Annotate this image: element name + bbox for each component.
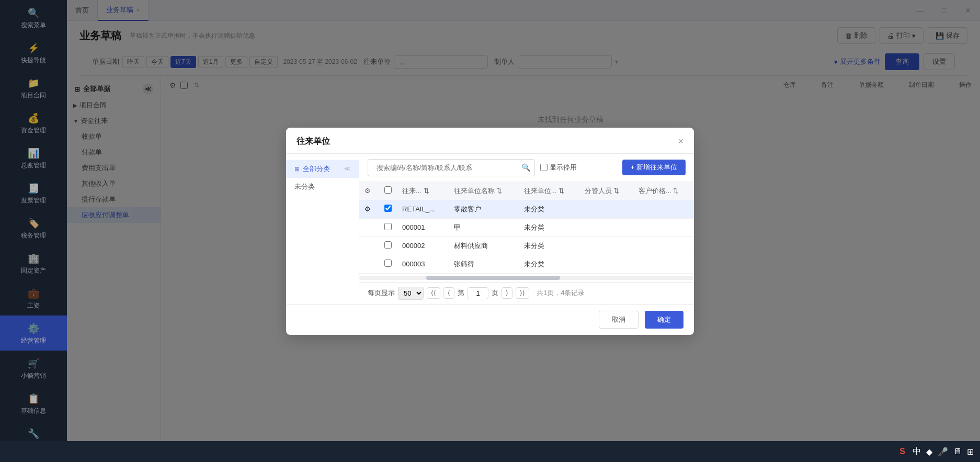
new-partner-button[interactable]: + 新增往来单位 — [622, 160, 686, 175]
row-code: 000001 — [397, 218, 448, 236]
taskbar: S 中 ◆ 🎤 🖥 ⊞ — [0, 441, 980, 462]
row-checkbox — [379, 255, 397, 273]
taskbar-logo: S — [899, 447, 905, 456]
table-row[interactable]: 000002 材料供应商 未分类 — [359, 236, 694, 255]
taskbar-grid-icon[interactable]: ⊞ — [967, 447, 974, 457]
dialog-search-input[interactable] — [372, 162, 521, 174]
cancel-button[interactable]: 取消 — [599, 311, 639, 329]
row-select-4[interactable] — [384, 260, 392, 267]
taskbar-mic-icon[interactable]: 🎤 — [938, 447, 948, 457]
row-gear: ⚙ — [359, 200, 379, 218]
table-row[interactable]: 000001 甲 未分类 — [359, 218, 694, 236]
row-code: RETAIL_... — [397, 200, 448, 218]
dialog-table-wrap: ⚙ 往来... ⇅ 往来单位名称 ⇅ 往来单位... ⇅ 分管人员 ⇅ 客户价格… — [359, 182, 694, 274]
col-name[interactable]: 往来单位名称 ⇅ — [449, 182, 519, 200]
col-price[interactable]: 客户价格... ⇅ — [633, 182, 694, 200]
col-category[interactable]: 往来单位... ⇅ — [519, 182, 579, 200]
window-controls: — □ ✕ — [908, 0, 980, 21]
minimize-button[interactable]: — — [908, 0, 932, 21]
per-page-label: 每页显示 — [368, 288, 395, 298]
row-manager — [579, 255, 633, 273]
search-wrap: 🔍 — [368, 159, 535, 176]
grid-small-icon: ⊞ — [294, 165, 300, 173]
maximize-button[interactable]: □ — [932, 0, 956, 21]
taskbar-monitor-icon[interactable]: 🖥 — [953, 447, 962, 456]
col-gear: ⚙ — [359, 182, 379, 200]
row-code: 000003 — [397, 255, 448, 273]
dialog-sidebar-uncat-label: 未分类 — [294, 182, 315, 191]
row-manager — [579, 218, 633, 236]
total-info: 共1页，4条记录 — [537, 288, 585, 298]
dialog-overlay: 往来单位 × ⊞ 全部分类 ≪ 未分类 — [0, 0, 980, 462]
row-manager — [579, 200, 633, 218]
row-select-2[interactable] — [384, 223, 392, 230]
dialog-sidebar-collapse-icon[interactable]: ≪ — [344, 165, 350, 172]
row-checkbox — [379, 200, 397, 218]
dialog-pagination: 每页显示 50 ⟨⟨ ⟨ 第 页 ⟩ ⟩⟩ 共1页，4条记录 — [359, 282, 694, 304]
confirm-button[interactable]: 确定 — [645, 311, 683, 329]
dialog-search-icon: 🔍 — [521, 163, 530, 172]
row-select-3[interactable] — [384, 241, 392, 249]
row-code: 000002 — [397, 236, 448, 255]
col-manager[interactable]: 分管人员 ⇅ — [579, 182, 633, 200]
show-disabled-checkbox[interactable] — [540, 164, 548, 171]
first-page-button[interactable]: ⟨⟨ — [427, 287, 440, 299]
show-disabled-wrap: 显示停用 — [540, 163, 577, 172]
row-name: 张筛得 — [449, 255, 519, 273]
dialog-toolbar: 🔍 显示停用 + 新增往来单位 — [359, 154, 694, 182]
row-gear — [359, 218, 379, 236]
row-manager — [579, 236, 633, 255]
col-code[interactable]: 往来... ⇅ — [397, 182, 448, 200]
dialog-actions: 取消 确定 — [286, 304, 694, 335]
taskbar-diamond-icon[interactable]: ◆ — [926, 447, 932, 457]
row-name: 材料供应商 — [449, 236, 519, 255]
row-select-1[interactable] — [384, 205, 392, 212]
dialog-sidebar: ⊞ 全部分类 ≪ 未分类 — [286, 154, 359, 304]
dialog-main: 🔍 显示停用 + 新增往来单位 ⚙ — [359, 154, 694, 304]
partner-dialog: 往来单位 × ⊞ 全部分类 ≪ 未分类 — [286, 128, 694, 335]
row-checkbox — [379, 236, 397, 255]
row-price — [633, 236, 694, 255]
row-name: 甲 — [449, 218, 519, 236]
row-gear — [359, 236, 379, 255]
prev-page-button[interactable]: ⟨ — [443, 287, 454, 299]
dialog-title: 往来单位 — [297, 136, 330, 147]
table-row[interactable]: 000003 张筛得 未分类 — [359, 255, 694, 273]
dialog-close-button[interactable]: × — [678, 137, 683, 146]
last-page-button[interactable]: ⟩⟩ — [516, 287, 529, 299]
close-button[interactable]: ✕ — [956, 0, 980, 21]
dialog-sidebar-uncat[interactable]: 未分类 — [286, 178, 359, 196]
page-number-input[interactable] — [468, 287, 488, 299]
row-category: 未分类 — [519, 255, 579, 273]
table-row[interactable]: ⚙ RETAIL_... 零散客户 未分类 — [359, 200, 694, 218]
dialog-sidebar-all[interactable]: ⊞ 全部分类 ≪ — [286, 160, 359, 178]
dialog-header: 往来单位 × — [286, 128, 694, 154]
select-all-dialog[interactable] — [384, 186, 392, 194]
next-page-button[interactable]: ⟩ — [502, 287, 512, 299]
row-price — [633, 218, 694, 236]
row-gear — [359, 255, 379, 273]
col-checkbox — [379, 182, 397, 200]
dialog-body: ⊞ 全部分类 ≪ 未分类 🔍 显示停用 — [286, 154, 694, 304]
dialog-table: ⚙ 往来... ⇅ 往来单位名称 ⇅ 往来单位... ⇅ 分管人员 ⇅ 客户价格… — [359, 182, 694, 274]
dialog-sidebar-all-label: 全部分类 — [303, 164, 330, 174]
row-price — [633, 200, 694, 218]
row-checkbox — [379, 218, 397, 236]
show-disabled-label: 显示停用 — [550, 163, 577, 172]
page-suffix: 页 — [492, 288, 498, 298]
row-category: 未分类 — [519, 200, 579, 218]
scrollbar-thumb — [426, 276, 560, 280]
horizontal-scrollbar[interactable] — [359, 276, 694, 280]
row-category: 未分类 — [519, 236, 579, 255]
table-header-row: ⚙ 往来... ⇅ 往来单位名称 ⇅ 往来单位... ⇅ 分管人员 ⇅ 客户价格… — [359, 182, 694, 200]
taskbar-zh-icon[interactable]: 中 — [913, 446, 921, 457]
row-category: 未分类 — [519, 218, 579, 236]
row-name: 零散客户 — [449, 200, 519, 218]
page-label: 第 — [458, 288, 464, 298]
per-page-select[interactable]: 50 — [398, 287, 424, 300]
row-price — [633, 255, 694, 273]
